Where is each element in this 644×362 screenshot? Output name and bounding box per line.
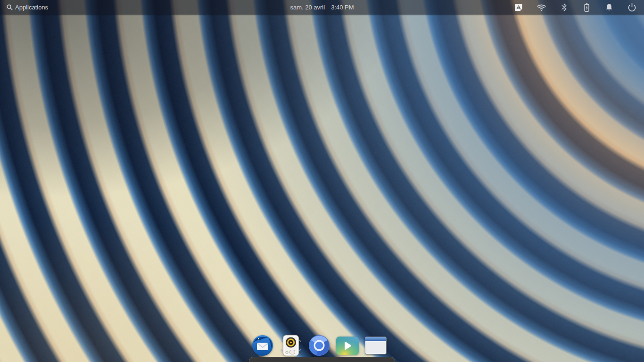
bell-icon [604,2,614,12]
wallpaper-grain [0,0,644,362]
dock-item-file-manager[interactable] [364,334,387,357]
speaker-audio-player-icon [281,334,301,357]
alert-note-tray-button[interactable] [513,0,524,15]
dock-item-video-player[interactable] [336,334,359,357]
clock-time: 3:40 PM [331,4,354,11]
file-manager-window-icon [365,337,387,354]
bluetooth-tray-button[interactable] [558,0,570,15]
dock-item-chromium[interactable] [308,334,330,357]
power-icon [627,2,637,12]
notifications-tray-button[interactable] [603,0,615,15]
video-player-icon [336,337,359,355]
alert-note-icon [513,2,524,12]
bottom-popup-cutoff [249,357,395,362]
chromium-browser-icon [308,334,330,357]
battery-charging-tray-button[interactable] [581,0,592,15]
top-bar: Applications sam. 20 avril 3:40 PM [0,0,644,15]
dock-favorites [251,334,387,357]
thunderbird-mail-icon [251,334,274,357]
system-tray [502,0,644,15]
wifi-icon [537,2,546,12]
power-tray-button[interactable] [626,0,637,15]
clock-date: sam. 20 avril [290,4,325,11]
clock-calendar-button[interactable]: sam. 20 avril 3:40 PM [290,0,354,15]
battery-charging-icon [582,2,592,13]
bluetooth-icon [560,2,569,12]
search-icon [6,4,13,11]
applications-menu-label: Applications [15,4,48,11]
applications-menu-button[interactable]: Applications [0,0,54,15]
dock-item-audio-player[interactable] [280,334,302,357]
dock-item-thunderbird[interactable] [251,334,274,357]
wifi-tray-button[interactable] [536,0,547,15]
desktop-wallpaper: Applications sam. 20 avril 3:40 PM [0,0,644,362]
